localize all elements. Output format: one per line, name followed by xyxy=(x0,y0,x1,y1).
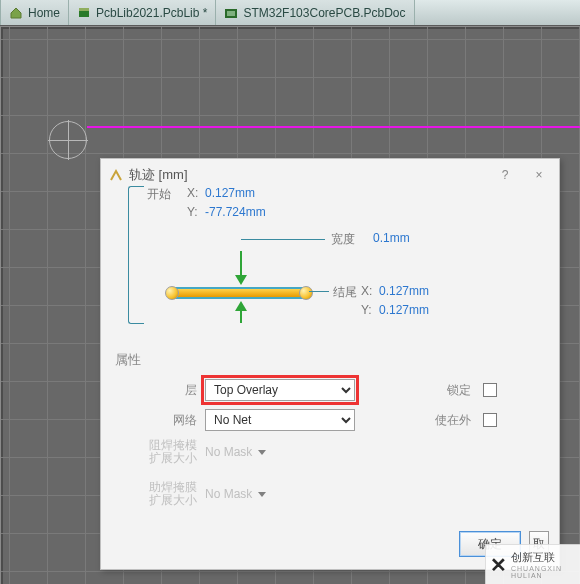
pcbdoc-icon xyxy=(224,6,238,20)
track-shape xyxy=(169,287,309,299)
net-label: 网络 xyxy=(109,412,205,429)
keepout-checkbox[interactable] xyxy=(483,413,497,427)
dropdown-icon[interactable] xyxy=(258,492,266,497)
start-x-label: X: xyxy=(187,186,198,200)
start-label: 开始 xyxy=(147,186,171,203)
net-select[interactable]: No Net xyxy=(205,409,355,431)
lock-label: 锁定 xyxy=(447,382,471,399)
watermark-sub: CHUANGXIN HULIAN xyxy=(511,565,580,579)
arrow-up-icon xyxy=(235,301,247,311)
solder-mask-label: 阻焊掩模扩展大小 xyxy=(109,439,205,465)
row-net: 网络 No Net 使在外 xyxy=(109,405,551,435)
keepout-label: 使在外 xyxy=(435,412,471,429)
track-end-left xyxy=(165,286,179,300)
tab-label: STM32F103CorePCB.PcbDoc xyxy=(243,6,405,20)
tab-label: Home xyxy=(28,6,60,20)
row-layer: 层 Top Overlay 锁定 xyxy=(109,375,551,405)
watermark: ✕ 创新互联 CHUANGXIN HULIAN xyxy=(485,544,580,584)
dropdown-icon[interactable] xyxy=(258,450,266,455)
svg-rect-1 xyxy=(79,8,89,11)
home-icon xyxy=(9,6,23,20)
layer-select[interactable]: Top Overlay xyxy=(205,379,355,401)
end-x-label: X: xyxy=(361,284,372,298)
start-y-value[interactable]: -77.724mm xyxy=(205,205,266,219)
dialog-title: 轨迹 [mm] xyxy=(129,166,485,184)
end-leader xyxy=(309,291,329,292)
arrow-down-icon xyxy=(235,275,247,285)
end-label: 结尾 xyxy=(333,284,357,301)
start-x-value[interactable]: 0.127mm xyxy=(205,186,255,200)
width-label: 宽度 xyxy=(331,231,355,248)
layer-label: 层 xyxy=(109,382,205,399)
svg-rect-3 xyxy=(227,11,235,16)
paste-mask-value: No Mask xyxy=(205,487,252,501)
svg-rect-0 xyxy=(79,10,89,17)
track-diagram: 开始 X: 0.127mm Y: -77.724mm 宽度 0.1mm 结尾 X… xyxy=(109,191,551,341)
paste-mask-label: 助焊掩膜扩展大小 xyxy=(109,481,205,507)
end-y-value[interactable]: 0.127mm xyxy=(379,303,429,317)
start-y-label: Y: xyxy=(187,205,198,219)
close-button[interactable]: × xyxy=(525,163,553,187)
tab-label: PcbLib2021.PcbLib * xyxy=(96,6,207,20)
lock-checkbox[interactable] xyxy=(483,383,497,397)
watermark-logo: ✕ xyxy=(490,553,507,577)
solder-mask-value: No Mask xyxy=(205,445,252,459)
start-bracket xyxy=(128,186,144,324)
pcblib-icon xyxy=(77,6,91,20)
properties-heading: 属性 xyxy=(115,351,551,369)
end-y-label: Y: xyxy=(361,303,372,317)
width-leader xyxy=(241,239,325,240)
row-solder-mask: 阻焊掩模扩展大小 No Mask xyxy=(109,435,551,469)
track-end-right xyxy=(299,286,313,300)
tab-pcbdoc[interactable]: STM32F103CorePCB.PcbDoc xyxy=(216,0,414,25)
width-value[interactable]: 0.1mm xyxy=(373,231,410,245)
row-paste-mask: 助焊掩膜扩展大小 No Mask xyxy=(109,477,551,511)
track-properties-dialog: 轨迹 [mm] ? × 开始 X: 0.127mm Y: -77.724mm 宽… xyxy=(100,158,560,570)
document-tabs: Home PcbLib2021.PcbLib * STM32F103CorePC… xyxy=(0,0,580,26)
track-icon xyxy=(109,168,123,182)
help-button[interactable]: ? xyxy=(491,163,519,187)
watermark-brand: 创新互联 xyxy=(511,550,580,565)
end-x-value[interactable]: 0.127mm xyxy=(379,284,429,298)
tab-home[interactable]: Home xyxy=(0,0,69,25)
origin-marker xyxy=(49,121,87,159)
track-preview xyxy=(87,126,580,128)
tab-pcblib[interactable]: PcbLib2021.PcbLib * xyxy=(69,0,216,25)
